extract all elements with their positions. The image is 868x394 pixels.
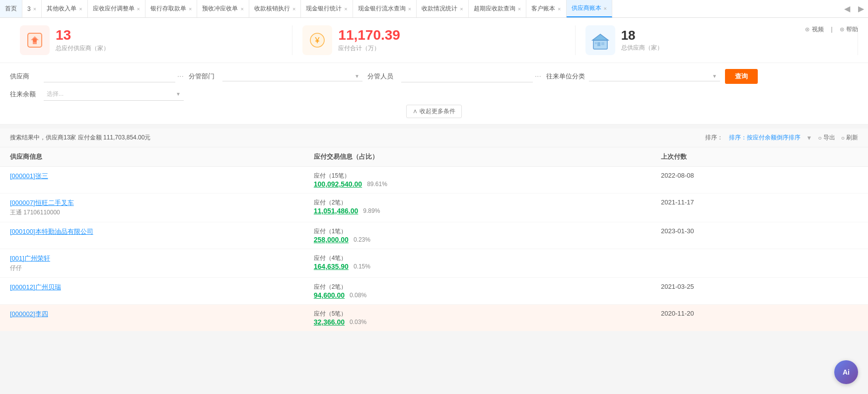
nav-tab-supplier-ledger-close[interactable]: × (604, 5, 607, 11)
person-input[interactable] (401, 71, 533, 82)
supplier-link[interactable]: [001]广州荣轩 (10, 255, 50, 262)
nav-tab-payment-verify[interactable]: 收款核销执行 × (249, 0, 301, 17)
tx-amount[interactable]: 32,366.00 (314, 318, 345, 326)
nav-tab-payment-verify-close[interactable]: × (292, 6, 295, 12)
nav-tab-overdue-ar[interactable]: 超期应收款查询 × (469, 0, 526, 17)
sort-select[interactable]: 排序：按应付余额倒序排序 (729, 133, 800, 142)
nav-tab-ar-ap-adjust-close[interactable]: × (137, 6, 140, 12)
results-area: 搜索结果中，供应商13家 应付金额 111,703,854.00元 排序： 排序… (0, 129, 868, 331)
nav-tab-prepay-offset[interactable]: 预收冲应收单 × (197, 0, 249, 17)
total-suppliers-label: 总供应商（家） (621, 44, 663, 52)
tx-label: 应付（4笔） (314, 254, 641, 263)
nav-tab-overdue-ar-close[interactable]: × (518, 6, 521, 12)
summary-item-payable-total: ¥ 11,170.39 应付合计（万） (292, 25, 575, 55)
nav-tab-3-label: 3 (27, 5, 31, 12)
right-tools: 排序： 排序：按应付余额倒序排序 ▼ ○ 导出 ○ 刷新 (705, 133, 858, 142)
supplier-link[interactable]: [000012]广州贝瑞 (10, 283, 61, 291)
nav-tab-home[interactable]: 首页 (0, 0, 22, 17)
nav-next-arrow[interactable]: ▶ (854, 4, 868, 13)
export-label: 导出 (823, 133, 835, 142)
tx-amount[interactable]: 164,635.90 (314, 263, 349, 270)
nav-tab-prepay-offset-label: 预收冲应收单 (202, 4, 238, 13)
video-link[interactable]: ⊙ 视频 (805, 25, 823, 34)
balance-select[interactable]: 选择... ▼ (44, 88, 184, 101)
nav-prev-arrow[interactable]: ◀ (840, 4, 854, 13)
col-header-supplier-info: 供应商信息 (0, 147, 304, 167)
supplier-link[interactable]: [000100]本特勤油品有限公司 (10, 228, 93, 235)
dept-select[interactable]: ▼ (222, 71, 362, 81)
filter-label-supplier: 供应商 (10, 72, 40, 81)
nav-tab-payment-stat-close[interactable]: × (460, 6, 463, 12)
nav-tab-bank-deposit-close[interactable]: × (189, 6, 192, 12)
export-button[interactable]: ○ 导出 (818, 133, 835, 142)
summary-icon-amount: ¥ (302, 25, 332, 55)
tx-amount[interactable]: 258,000.00 (314, 236, 349, 244)
supplier-link[interactable]: [000001]张三 (10, 172, 48, 180)
nav-tab-bank-deposit[interactable]: 银行存取款单 × (145, 0, 197, 17)
tx-info-cell: 应付（2笔）94,600.000.08% (304, 278, 651, 305)
nav-tab-supplier-ledger[interactable]: 供应商账本 × (567, 0, 612, 17)
supplier-link[interactable]: [000002]李四 (10, 310, 48, 318)
tx-amount[interactable]: 94,600.00 (314, 291, 345, 299)
nav-tab-payment-stat-label: 收款情况统计 (422, 4, 457, 13)
summary-content-payable-total: 11,170.39 应付合计（万） (338, 28, 400, 53)
payable-total-label: 应付合计（万） (338, 44, 400, 53)
payable-suppliers-number: 13 (56, 28, 109, 42)
nav-tab-cash-flow-close[interactable]: × (408, 6, 411, 12)
collapse-button[interactable]: ∧ 收起更多条件 (406, 105, 461, 118)
nav-tab-other-income-label: 其他收入单 (47, 4, 76, 13)
nav-tab-overdue-ar-label: 超期应收款查询 (474, 4, 515, 13)
nav-tab-3[interactable]: 3 × (22, 0, 42, 17)
svg-point-1 (33, 38, 37, 42)
tx-percent: 0.03% (350, 319, 366, 326)
payable-suppliers-label: 总应付供应商（家） (56, 44, 109, 53)
filter-item-supplier: 供应商 ··· (10, 71, 184, 82)
supplier-dots-icon[interactable]: ··· (177, 72, 184, 81)
help-link[interactable]: ⊙ 帮助 (840, 25, 858, 34)
summary-icon-shop (585, 25, 615, 55)
refresh-button[interactable]: ○ 刷新 (841, 133, 858, 142)
tx-info-cell: 应付（15笔）100,092,540.0089.61% (304, 167, 651, 194)
results-summary-text: 搜索结果中，供应商13家 应付金额 111,703,854.00元 (10, 133, 150, 142)
tx-amount[interactable]: 100,092,540.00 (314, 180, 362, 188)
table-row: [000002]李四应付（5笔）32,366.000.03%2020-11-20 (0, 305, 868, 331)
search-button[interactable]: 查询 (725, 69, 758, 84)
total-suppliers-number: 18 (621, 29, 663, 42)
nav-tab-customer-ledger-close[interactable]: × (558, 6, 561, 12)
tx-amount[interactable]: 11,051,486.00 (314, 207, 359, 215)
tx-percent: 9.89% (363, 207, 380, 214)
nav-tab-ar-ap-adjust[interactable]: 应收应付调整单 × (88, 0, 145, 17)
person-dots-icon[interactable]: ··· (535, 72, 541, 81)
table-row: [000100]本特勤油品有限公司应付（1笔）258,000.000.23%20… (0, 222, 868, 249)
nav-tab-customer-ledger[interactable]: 客户账本 × (526, 0, 566, 17)
separator: ｜ (829, 25, 835, 34)
nav-tab-cash-flow[interactable]: 现金银行流水查询 × (353, 0, 417, 17)
last-pay-date: 2021-03-25 (661, 283, 694, 290)
nav-tab-cash-stat-close[interactable]: × (344, 6, 347, 12)
category-select[interactable]: ▼ (589, 71, 720, 81)
supplier-contact: 王通 17106110000 (10, 208, 294, 217)
tx-label: 应付（15笔） (314, 172, 641, 180)
supplier-info-cell: [001]广州荣轩仔仔 (0, 249, 304, 278)
supplier-info-cell: [000012]广州贝瑞 (0, 278, 304, 305)
table-row: [001]广州荣轩仔仔应付（4笔）164,635.900.15% (0, 249, 868, 278)
nav-tab-bank-deposit-label: 银行存取款单 (150, 4, 186, 13)
tx-label: 应付（5笔） (314, 310, 641, 318)
table-row: [000001]张三应付（15笔）100,092,540.0089.61%202… (0, 167, 868, 194)
nav-tab-payment-stat[interactable]: 收款情况统计 × (417, 0, 468, 17)
nav-tab-cash-stat[interactable]: 现金银行统计 × (301, 0, 353, 17)
data-table: 供应商信息 应付交易信息（占比） 上次付数 [000001]张三应付（15笔）1… (0, 147, 868, 331)
supplier-info-cell: [000001]张三 (0, 167, 304, 194)
supplier-info-cell: [000100]本特勤油品有限公司 (0, 222, 304, 249)
supplier-input[interactable] (44, 71, 175, 82)
nav-tab-prepay-offset-close[interactable]: × (240, 6, 243, 12)
nav-tab-other-income[interactable]: 其他收入单 × (42, 0, 87, 17)
last-pay-cell: 2021-03-25 (651, 278, 868, 305)
summary-bar: 13 总应付供应商（家） ¥ 11,170.39 应付合计（万） (0, 18, 868, 63)
nav-arrows: ◀ ▶ (840, 4, 868, 13)
supplier-link[interactable]: [000007]恒旺二手叉车 (10, 199, 74, 206)
filter-item-balance: 往来余额 选择... ▼ (10, 88, 184, 101)
nav-tab-other-income-close[interactable]: × (79, 6, 82, 12)
nav-tab-ar-ap-adjust-label: 应收应付调整单 (93, 4, 135, 13)
nav-tab-3-close[interactable]: × (33, 6, 36, 12)
